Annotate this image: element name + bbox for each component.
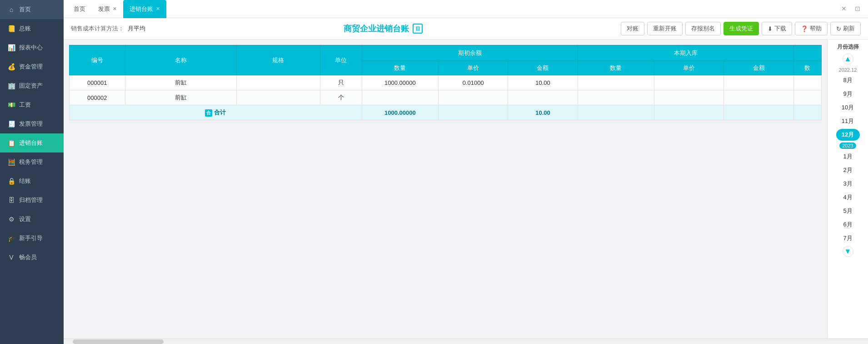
cell-in-qty <box>578 75 654 90</box>
sidebar-item-archive-mgmt[interactable]: 🗄归档管理 <box>0 191 64 210</box>
total-opening-amount: 10.00 <box>508 105 578 120</box>
year-2023-badge: 2023 <box>839 143 856 149</box>
month-11[interactable]: 11月 <box>836 115 860 127</box>
sub-opening-amount: 金额 <box>508 61 578 75</box>
tab-close-invoice[interactable]: ✕ <box>113 6 117 12</box>
sidebar-label-vip: 畅会员 <box>19 253 37 261</box>
cell-name: 前缸 <box>125 90 236 105</box>
sidebar-item-general-ledger[interactable]: 📒总账 <box>0 19 64 38</box>
sidebar-item-fixed-assets[interactable]: 🏢固定资产 <box>0 76 64 95</box>
scroll-down-button[interactable]: ▼ <box>843 246 853 257</box>
sidebar-item-vip[interactable]: V畅会员 <box>0 248 64 267</box>
year-2022-label: 2022.12 <box>839 67 857 73</box>
sidebar-item-tutorial[interactable]: 🎓新手引导 <box>0 229 64 248</box>
cell-in-price <box>654 75 724 90</box>
sidebar-item-salary[interactable]: 💵工资 <box>0 95 64 114</box>
cell-in-amount <box>724 90 793 105</box>
help-button[interactable]: ❓ 帮助 <box>795 22 828 35</box>
save-alias-button[interactable]: 存报别名 <box>685 22 721 35</box>
sidebar-item-report-center[interactable]: 📊报表中心 <box>0 38 64 57</box>
sub-in-unit-price: 单价 <box>654 61 724 75</box>
col-current-in: 本期入库 <box>578 45 793 61</box>
tab-invoice[interactable]: 发票✕ <box>92 0 123 18</box>
help-icon: ❓ <box>801 25 808 32</box>
main-table: 编号 名称 规格 单位 期初余额 本期入库 数量 单价 金额 数量 单价 <box>69 45 822 120</box>
cost-method-value: 月平均 <box>128 25 145 33</box>
cell-extra <box>793 75 821 90</box>
sidebar-item-home[interactable]: ⌂首页 <box>0 0 64 19</box>
month-12[interactable]: 12月 <box>836 129 860 141</box>
scrollbar-thumb[interactable] <box>73 339 164 344</box>
month-2023-3[interactable]: 3月 <box>836 178 860 190</box>
cell-unit: 只 <box>320 75 362 90</box>
close-button[interactable]: ✕ <box>839 4 849 14</box>
sidebar-icon-tutorial: 🎓 <box>7 235 15 242</box>
main-content: ✕ ⊡ 首页发票✕进销台账✕ 销售成本计算方法： 月平均 商贸企业进销台账 目 … <box>64 0 868 344</box>
month-8[interactable]: 8月 <box>836 74 860 86</box>
sidebar-label-salary: 工资 <box>19 101 31 109</box>
scrollbar-area[interactable] <box>64 339 868 344</box>
tab-label-invoice: 发票 <box>98 5 110 13</box>
col-opening: 期初余额 <box>362 45 578 61</box>
sidebar-item-invoice-mgmt[interactable]: 🧾发票管理 <box>0 114 64 133</box>
maximize-button[interactable]: ⊡ <box>853 4 863 14</box>
sidebar-label-fixed-assets: 固定资产 <box>19 82 43 90</box>
tab-label-purchase-sales: 进销台账 <box>130 5 153 13</box>
sidebar-label-home: 首页 <box>19 5 31 14</box>
sidebar-item-fund-mgmt[interactable]: 💰资金管理 <box>0 57 64 76</box>
month-2023-6[interactable]: 6月 <box>836 219 860 231</box>
total-label: 合合计 <box>70 105 362 120</box>
col-code: 编号 <box>70 45 125 75</box>
month-2023-7[interactable]: 7月 <box>836 232 860 244</box>
scroll-up-button[interactable]: ▲ <box>843 54 853 64</box>
sidebar-item-settings[interactable]: ⚙设置 <box>0 210 64 229</box>
tab-purchase-sales[interactable]: 进销台账✕ <box>123 0 166 18</box>
sidebar-label-archive-mgmt: 归档管理 <box>19 196 43 204</box>
cell-code: 000001 <box>70 75 125 90</box>
generate-voucher-button[interactable]: 生成凭证 <box>723 22 759 35</box>
table-container[interactable]: 编号 名称 规格 单位 期初余额 本期入库 数量 单价 金额 数量 单价 <box>64 39 827 339</box>
cell-in-qty <box>578 90 654 105</box>
col-spec: 规格 <box>236 45 320 75</box>
sidebar-icon-tax-mgmt: 🧮 <box>7 158 15 166</box>
sub-in-amount: 金额 <box>724 61 793 75</box>
sidebar-label-fund-mgmt: 资金管理 <box>19 63 43 71</box>
toolbar: 对账 重新开账 存报别名 生成凭证 ⬇ 下载 ❓ 帮助 ↻ 刷新 <box>621 22 861 35</box>
reopen-button[interactable]: 重新开账 <box>647 22 683 35</box>
total-in-qty <box>578 105 654 120</box>
month-2023-5[interactable]: 5月 <box>836 205 860 217</box>
title-icon[interactable]: 目 <box>413 24 423 34</box>
refresh-button[interactable]: ↻ 刷新 <box>830 22 861 35</box>
month-2023-4[interactable]: 4月 <box>836 192 860 203</box>
month-2023-2[interactable]: 2月 <box>836 164 860 176</box>
sidebar-icon-archive-mgmt: 🗄 <box>7 197 15 204</box>
page-header: 销售成本计算方法： 月平均 商贸企业进销台账 目 对账 重新开账 存报别名 生成… <box>64 18 868 39</box>
tab-home[interactable]: 首页 <box>67 0 92 18</box>
cell-name: 前缸 <box>125 75 236 90</box>
sidebar-item-purchase-sales[interactable]: 📋进销台账 <box>0 133 64 152</box>
tab-close-purchase-sales[interactable]: ✕ <box>156 6 160 12</box>
month-9[interactable]: 9月 <box>836 88 860 100</box>
title-text: 商贸企业进销台账 <box>344 23 409 34</box>
download-button[interactable]: ⬇ 下载 <box>762 22 792 35</box>
sidebar-label-tutorial: 新手引导 <box>19 234 43 242</box>
month-panel: 月份选择 ▲ 2022.12 8月 9月 10月 11月 12月 2023 1月… <box>827 39 868 339</box>
month-10[interactable]: 10月 <box>836 102 860 113</box>
table-row[interactable]: 000001 前缸 只 1000.00000 0.01000 10.00 <box>70 75 822 90</box>
sidebar-label-closing: 结账 <box>19 177 31 185</box>
sidebar-item-closing[interactable]: 🔒结账 <box>0 172 64 191</box>
cell-extra <box>793 90 821 105</box>
total-row: 合合计 1000.00000 10.00 <box>70 105 822 120</box>
sidebar-item-tax-mgmt[interactable]: 🧮税务管理 <box>0 152 64 172</box>
sidebar-icon-invoice-mgmt: 🧾 <box>7 120 15 128</box>
month-2023-1[interactable]: 1月 <box>836 151 860 162</box>
total-icon: 合 <box>205 109 212 117</box>
balance-button[interactable]: 对账 <box>621 22 644 35</box>
cell-in-amount <box>724 75 793 90</box>
sub-in-qty: 数量 <box>578 61 654 75</box>
sidebar-icon-closing: 🔒 <box>7 177 15 185</box>
table-row[interactable]: 000002 前缸 个 <box>70 90 822 105</box>
sidebar-label-invoice-mgmt: 发票管理 <box>19 120 43 128</box>
sidebar-icon-general-ledger: 📒 <box>7 25 15 32</box>
tab-bar: 首页发票✕进销台账✕ <box>64 0 868 18</box>
